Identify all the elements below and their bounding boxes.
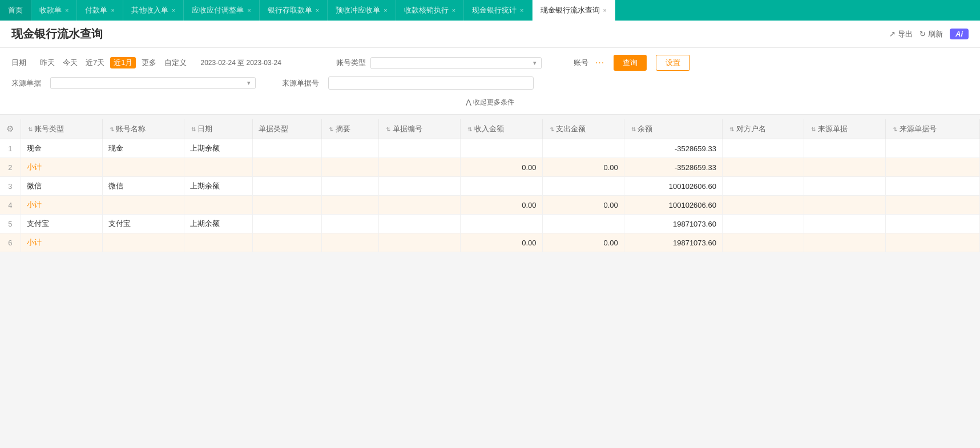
nav-tab-adjust-close[interactable]: ×	[247, 7, 251, 14]
row-num-cell: 4	[0, 196, 21, 215]
row-num-cell: 5	[0, 215, 21, 233]
cell-balance: -3528659.33	[624, 139, 722, 158]
nav-tab-advance[interactable]: 预收冲应收单 ×	[328, 0, 396, 21]
date-btn-7days[interactable]: 近7天	[83, 57, 107, 68]
page-title: 现金银行流水查询	[11, 26, 103, 42]
cell-account_name: 微信	[102, 177, 184, 196]
nav-tab-payments-close[interactable]: ×	[111, 7, 114, 14]
nav-tab-bank-withdraw[interactable]: 银行存取款单 ×	[260, 0, 328, 21]
filter-row-2: 来源单据 ▾ 来源单据号	[11, 76, 969, 90]
cell-source_doc_no	[886, 196, 980, 215]
col-doc-no-sort-icon[interactable]: ⇅	[386, 126, 390, 132]
cell-date: 上期余额	[184, 215, 253, 233]
col-gear: ⚙	[0, 119, 21, 139]
cell-account_name: 现金	[102, 139, 184, 158]
cell-balance: 19871073.60	[624, 233, 722, 252]
date-btn-more[interactable]: 更多	[139, 57, 159, 68]
cell-income: 0.00	[461, 158, 542, 177]
cell-expense	[542, 177, 624, 196]
cell-account_name	[102, 196, 184, 215]
cell-expense: 0.00	[542, 233, 624, 252]
nav-tab-bank-withdraw-close[interactable]: ×	[316, 7, 319, 14]
filter-row-1: 日期 昨天 今天 近7天 近1月 更多 自定义 2023-02-24 至 202…	[11, 55, 969, 71]
nav-tab-receipts-close[interactable]: ×	[65, 7, 68, 14]
date-btn-today[interactable]: 今天	[61, 57, 80, 68]
nav-tab-writeoff-close[interactable]: ×	[452, 7, 455, 14]
cell-source_doc	[804, 158, 886, 177]
cell-account_type: 小计	[21, 233, 102, 252]
nav-tab-cashflow-close[interactable]: ×	[603, 7, 607, 14]
cell-summary	[322, 215, 379, 233]
nav-tab-adjust-label: 应收应付调整单	[192, 5, 244, 15]
cell-source_doc_no	[886, 215, 980, 233]
settings-button[interactable]: 设置	[656, 55, 690, 71]
export-button[interactable]: ↗ 导出	[889, 29, 913, 39]
collapse-bar[interactable]: ⋀ 收起更多条件	[11, 95, 969, 107]
source-doc-no-input[interactable]	[328, 76, 534, 90]
nav-home[interactable]: 首页	[0, 0, 31, 21]
nav-tab-cashflow[interactable]: 现金银行流水查询 ×	[533, 0, 615, 21]
cell-source_doc	[804, 215, 886, 233]
ai-button[interactable]: Ai	[950, 29, 969, 39]
nav-tab-writeoff[interactable]: 收款核销执行 ×	[396, 0, 464, 21]
cell-expense: 0.00	[542, 196, 624, 215]
query-button[interactable]: 查询	[614, 55, 647, 71]
table-settings-icon[interactable]: ⚙	[6, 124, 14, 134]
cell-doc_type	[253, 233, 322, 252]
row-num-cell: 6	[0, 233, 21, 252]
date-btn-custom[interactable]: 自定义	[162, 57, 189, 68]
cell-source_doc	[804, 139, 886, 158]
cell-summary	[322, 158, 379, 177]
table-row: 4小计0.000.00100102606.60	[0, 196, 980, 215]
col-expense: ⇅ 支出金额	[542, 119, 624, 139]
cell-doc_no	[379, 158, 461, 177]
nav-tab-stats-close[interactable]: ×	[520, 7, 523, 14]
cell-income: 0.00	[461, 196, 542, 215]
cell-doc_type	[253, 196, 322, 215]
nav-tab-stats[interactable]: 现金银行统计 ×	[464, 0, 532, 21]
col-account-name-sort-icon[interactable]: ⇅	[110, 126, 114, 132]
cell-date: 上期余额	[184, 177, 253, 196]
row-num-cell: 3	[0, 177, 21, 196]
source-doc-select[interactable]: ▾	[50, 77, 256, 89]
col-expense-sort-icon[interactable]: ⇅	[550, 126, 554, 132]
nav-tab-receipts[interactable]: 收款单 ×	[31, 0, 77, 21]
date-btn-1month[interactable]: 近1月	[110, 57, 136, 68]
filter-area: 日期 昨天 今天 近7天 近1月 更多 自定义 2023-02-24 至 202…	[0, 48, 980, 115]
col-account-type-sort-icon[interactable]: ⇅	[28, 126, 33, 132]
cell-expense	[542, 139, 624, 158]
nav-tab-other-income[interactable]: 其他收入单 ×	[123, 0, 184, 21]
cell-counterpart	[722, 233, 804, 252]
cell-source_doc	[804, 177, 886, 196]
col-balance-sort-icon[interactable]: ⇅	[631, 126, 636, 132]
cell-source_doc	[804, 233, 886, 252]
table-container: ⚙ ⇅ 账号类型 ⇅ 账号名称 ⇅ 日期 单据类型 ⇅ 摘要	[0, 119, 980, 252]
col-date-sort-icon[interactable]: ⇅	[191, 126, 196, 132]
col-counterpart-sort-icon[interactable]: ⇅	[729, 126, 734, 132]
refresh-button[interactable]: ↻ 刷新	[919, 29, 943, 39]
cell-counterpart	[722, 196, 804, 215]
col-summary: ⇅ 摘要	[322, 119, 379, 139]
account-no-dots-button[interactable]: ···	[595, 58, 604, 68]
cell-account_name: 支付宝	[102, 215, 184, 233]
nav-tab-advance-label: 预收冲应收单	[336, 5, 380, 15]
col-income-sort-icon[interactable]: ⇅	[467, 126, 472, 132]
refresh-icon: ↻	[919, 30, 926, 38]
nav-tab-payments-label: 付款单	[85, 5, 107, 15]
account-no-label: 账号	[574, 58, 591, 68]
nav-tab-other-income-close[interactable]: ×	[172, 7, 175, 14]
nav-tab-payments[interactable]: 付款单 ×	[77, 0, 123, 21]
cell-balance: -3528659.33	[624, 158, 722, 177]
cell-income: 0.00	[461, 233, 542, 252]
col-source-doc-no-sort-icon[interactable]: ⇅	[893, 126, 897, 132]
cell-doc_no	[379, 196, 461, 215]
col-summary-sort-icon[interactable]: ⇅	[329, 126, 333, 132]
col-source-doc-sort-icon[interactable]: ⇅	[811, 126, 816, 132]
cell-counterpart	[722, 158, 804, 177]
account-type-select[interactable]: ▾	[370, 57, 542, 69]
nav-tab-adjust[interactable]: 应收应付调整单 ×	[184, 0, 259, 21]
nav-tab-advance-close[interactable]: ×	[384, 7, 387, 14]
date-btn-yesterday[interactable]: 昨天	[38, 57, 57, 68]
cell-doc_type	[253, 139, 322, 158]
export-label: 导出	[898, 29, 913, 39]
